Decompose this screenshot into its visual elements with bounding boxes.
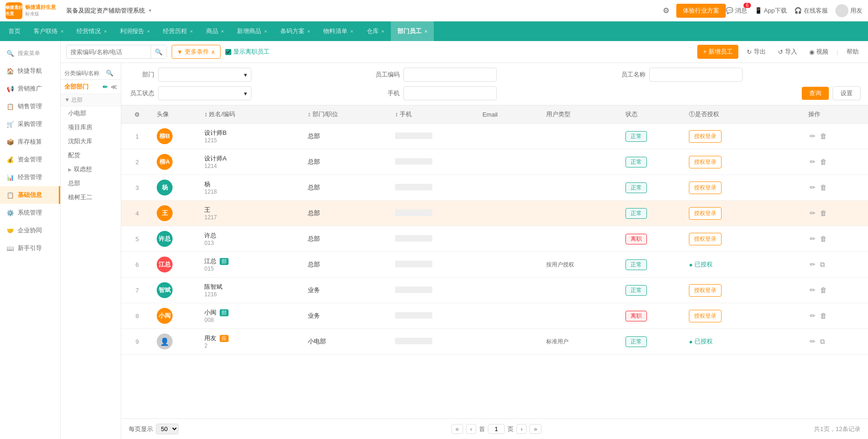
dept-item-project[interactable]: 项目库房 bbox=[61, 120, 121, 134]
filter-empcode-input[interactable] bbox=[403, 68, 497, 82]
sidebar-item-inventory[interactable]: 📦 库存核算 bbox=[0, 133, 60, 151]
sidebar-item-quicknav[interactable]: 🏠 快捷导航 bbox=[0, 62, 60, 80]
delete-icon-8[interactable]: 🗑 bbox=[820, 312, 827, 320]
tab-barcode-close[interactable]: × bbox=[307, 28, 310, 34]
import-button[interactable]: ↺ 导入 bbox=[774, 46, 801, 58]
show-resigned-checkbox[interactable]: 显示离职员工 bbox=[225, 48, 270, 56]
tab-history[interactable]: 经营历程 × bbox=[156, 21, 199, 41]
dept-item-peihuo[interactable]: 配货 bbox=[61, 148, 121, 162]
sidebar-item-operation[interactable]: 📊 经营管理 bbox=[0, 168, 60, 186]
first-page-button[interactable]: « bbox=[451, 424, 463, 434]
sidebar-item-sales[interactable]: 📋 销售管理 bbox=[0, 98, 60, 115]
th-settings[interactable]: ⚙ bbox=[121, 105, 153, 124]
search-input[interactable] bbox=[67, 49, 151, 56]
more-filter-button[interactable]: ▼ 更多条件 ∧ bbox=[172, 45, 221, 59]
delete-icon-4[interactable]: 🗑 bbox=[820, 209, 827, 217]
set-button[interactable]: 设置 bbox=[833, 86, 861, 100]
online-service-button[interactable]: 🎧 在线客服 bbox=[794, 7, 828, 15]
auth-button-4[interactable]: 授权登录 bbox=[689, 207, 722, 220]
show-resigned-input[interactable] bbox=[225, 49, 231, 55]
tab-dept-staff[interactable]: 部门员工 × bbox=[391, 21, 434, 41]
filter-dept-select[interactable]: ▾ bbox=[158, 68, 251, 82]
tab-new-goods[interactable]: 新增商品 × bbox=[230, 21, 273, 41]
copy-icon-9[interactable]: ⧉ bbox=[820, 337, 825, 345]
delete-icon-7[interactable]: 🗑 bbox=[820, 286, 827, 294]
delete-icon-3[interactable]: 🗑 bbox=[820, 183, 827, 191]
sidebar-item-marketing[interactable]: 📢 营销推广 bbox=[0, 80, 60, 98]
tab-profit-close[interactable]: × bbox=[147, 28, 150, 34]
page-number-input[interactable] bbox=[488, 424, 505, 434]
filter-phone-input[interactable] bbox=[403, 86, 497, 100]
th-name[interactable]: ↕ 姓名/编码 bbox=[201, 105, 304, 124]
dept-item-shuanglux[interactable]: ▶ 双虑想 bbox=[61, 162, 121, 176]
tab-customer-close[interactable]: × bbox=[61, 28, 63, 34]
dept-edit-icon[interactable]: ✏ bbox=[103, 84, 108, 91]
copy-icon-6[interactable]: ⧉ bbox=[820, 260, 825, 268]
tab-warehouse[interactable]: 仓库 × bbox=[360, 21, 391, 41]
export-button[interactable]: ↻ 导出 bbox=[743, 46, 770, 58]
trial-button[interactable]: 体验行业方案 bbox=[676, 4, 726, 18]
sidebar-item-basic[interactable]: 📋 基础信息 bbox=[0, 186, 60, 204]
auth-button-5[interactable]: 授权登录 bbox=[689, 233, 722, 245]
tab-material[interactable]: 物料清单 × bbox=[317, 21, 360, 41]
dept-item-zhishu[interactable]: 植树王二 bbox=[61, 190, 121, 204]
messages-button[interactable]: 💬 消息 6 bbox=[726, 7, 747, 15]
sidebar-search[interactable]: 🔍 搜索菜单 bbox=[0, 45, 60, 62]
query-button[interactable]: 查询 bbox=[802, 87, 829, 100]
delete-icon-5[interactable]: 🗑 bbox=[820, 235, 827, 243]
auth-button-2[interactable]: 授权登录 bbox=[689, 156, 722, 168]
tab-home[interactable]: 首页 bbox=[2, 21, 27, 41]
edit-icon-1[interactable]: ✏ bbox=[810, 132, 816, 140]
dept-item-shenyang[interactable]: 沈阳大库 bbox=[61, 134, 121, 148]
delete-icon-1[interactable]: 🗑 bbox=[820, 132, 827, 140]
filter-status-select[interactable]: ▾ bbox=[158, 86, 251, 100]
tab-business-close[interactable]: × bbox=[104, 28, 106, 34]
prev-page-button[interactable]: ‹ bbox=[466, 424, 476, 434]
tab-goods-close[interactable]: × bbox=[221, 28, 224, 34]
edit-icon-9[interactable]: ✏ bbox=[810, 337, 816, 345]
edit-icon-5[interactable]: ✏ bbox=[810, 235, 816, 243]
sidebar-item-finance[interactable]: 💰 资金管理 bbox=[0, 151, 60, 168]
view-button[interactable]: ◉ 视频 bbox=[806, 46, 832, 58]
dept-item-zongbu[interactable]: 总部 bbox=[61, 176, 121, 190]
tab-dept-staff-close[interactable]: × bbox=[424, 28, 427, 34]
system-dropdown-arrow[interactable]: ▾ bbox=[149, 7, 152, 14]
auth-button-1[interactable]: 授权登录 bbox=[689, 130, 722, 143]
dept-search-input[interactable] bbox=[64, 70, 104, 77]
th-dept[interactable]: ↕ 部门/职位 bbox=[304, 105, 391, 124]
tab-business[interactable]: 经营情况 × bbox=[70, 21, 113, 41]
dept-item-xiaodianbu[interactable]: 小电部 bbox=[61, 106, 121, 120]
edit-icon-2[interactable]: ✏ bbox=[810, 158, 816, 166]
auth-button-3[interactable]: 授权登录 bbox=[689, 181, 722, 194]
tab-material-close[interactable]: × bbox=[350, 28, 353, 34]
app-download-button[interactable]: 📱 App下载 bbox=[755, 7, 787, 15]
edit-icon-4[interactable]: ✏ bbox=[810, 209, 816, 217]
auth-button-7[interactable]: 授权登录 bbox=[689, 284, 722, 297]
edit-icon-7[interactable]: ✏ bbox=[810, 286, 816, 294]
add-employee-button[interactable]: + 新增员工 bbox=[697, 45, 738, 59]
tab-profit[interactable]: 利润报告 × bbox=[113, 21, 156, 41]
filter-empname-input[interactable] bbox=[649, 68, 743, 82]
delete-icon-2[interactable]: 🗑 bbox=[820, 158, 827, 166]
tab-history-close[interactable]: × bbox=[190, 28, 193, 34]
th-phone[interactable]: ↕ 手机 bbox=[391, 105, 479, 124]
search-button[interactable]: 🔍 bbox=[151, 45, 167, 59]
sidebar-item-system[interactable]: ⚙️ 系统管理 bbox=[0, 204, 60, 222]
dept-collapse-icon[interactable]: ≪ bbox=[111, 84, 117, 91]
tab-customer[interactable]: 客户联络 × bbox=[27, 21, 70, 41]
tab-warehouse-close[interactable]: × bbox=[382, 28, 384, 34]
auth-button-8[interactable]: 授权登录 bbox=[689, 310, 722, 322]
edit-icon-8[interactable]: ✏ bbox=[810, 312, 816, 320]
page-size-select[interactable]: 50 bbox=[156, 424, 179, 434]
last-page-button[interactable]: » bbox=[529, 424, 541, 434]
sidebar-item-purchase[interactable]: 🛒 采购管理 bbox=[0, 115, 60, 133]
help-button[interactable]: 帮助 bbox=[843, 46, 862, 58]
sidebar-item-guide[interactable]: 📖 新手引导 bbox=[0, 239, 60, 257]
settings-gear-icon[interactable]: ⚙ bbox=[660, 4, 673, 17]
next-page-button[interactable]: › bbox=[516, 424, 527, 434]
tab-barcode[interactable]: 条码方案 × bbox=[274, 21, 317, 41]
edit-icon-3[interactable]: ✏ bbox=[810, 183, 816, 191]
edit-icon-6[interactable]: ✏ bbox=[810, 260, 816, 268]
tab-new-goods-close[interactable]: × bbox=[264, 28, 267, 34]
user-menu[interactable]: 用友 bbox=[835, 4, 862, 17]
